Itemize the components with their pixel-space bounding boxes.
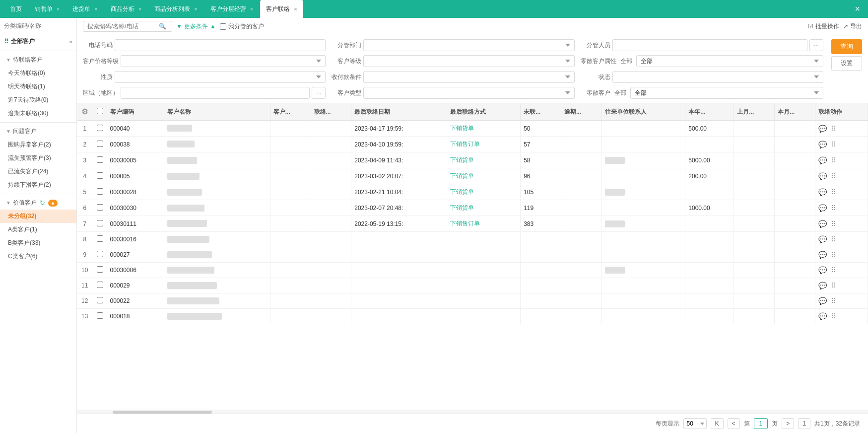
- last-page-btn[interactable]: 1: [798, 418, 810, 429]
- cell-checkbox[interactable]: [93, 278, 107, 293]
- grid-action-icon[interactable]: ⠿: [831, 282, 836, 289]
- sidebar-item-overdue[interactable]: 逾期未联络(30): [0, 107, 76, 120]
- row-checkbox[interactable]: [97, 188, 103, 195]
- prev-page-btn[interactable]: <: [728, 418, 740, 429]
- sidebar-group-problem[interactable]: ▼ 问题客户: [0, 125, 76, 138]
- all-customers-header[interactable]: ⠿ 全部客户 «: [0, 34, 76, 49]
- sidebar-item-lost[interactable]: 已流失客户(24): [0, 165, 76, 178]
- filter-nature-select[interactable]: [115, 71, 326, 83]
- close-all-tabs[interactable]: ×: [851, 4, 864, 14]
- tab-product-analysis[interactable]: 商品分析 ×: [105, 0, 147, 18]
- sidebar-item-group-c[interactable]: C类客户(6): [0, 250, 76, 263]
- cell-checkbox[interactable]: [93, 121, 107, 137]
- row-checkbox[interactable]: [97, 220, 103, 226]
- cell-checkbox[interactable]: [93, 216, 107, 232]
- filter-retail-select[interactable]: 全部: [630, 87, 823, 99]
- filter-manager-ellipsis[interactable]: ···: [809, 39, 823, 51]
- row-checkbox[interactable]: [97, 312, 103, 319]
- message-icon[interactable]: 💬: [818, 172, 827, 180]
- sidebar-item-abnormal[interactable]: 囤购异常客户(2): [0, 138, 76, 151]
- tab-home[interactable]: 首页: [4, 0, 28, 18]
- export-btn[interactable]: ↗ 导出: [843, 22, 862, 31]
- tab-product-analysis-list[interactable]: 商品分析列表 ×: [148, 0, 203, 18]
- tab-customer-segment[interactable]: 客户分层经营 ×: [204, 0, 259, 18]
- row-checkbox[interactable]: [97, 235, 103, 242]
- row-checkbox[interactable]: [97, 172, 103, 179]
- message-icon[interactable]: 💬: [818, 297, 827, 305]
- last-contact-method-link[interactable]: 下销货单: [450, 125, 474, 132]
- message-icon[interactable]: 💬: [818, 156, 827, 164]
- last-contact-method-link[interactable]: 下销货单: [450, 204, 474, 211]
- message-icon[interactable]: 💬: [818, 204, 827, 212]
- last-contact-method-link[interactable]: 下销货单: [450, 172, 474, 179]
- sidebar-group-waiting[interactable]: ▼ 待联络客户: [0, 53, 76, 67]
- tab-purchase[interactable]: 进货单 ×: [67, 0, 103, 18]
- reset-button[interactable]: 设置: [831, 56, 862, 71]
- row-checkbox[interactable]: [97, 282, 103, 288]
- message-icon[interactable]: 💬: [818, 220, 827, 228]
- message-icon[interactable]: 💬: [818, 141, 827, 148]
- filter-region-ellipsis[interactable]: ···: [312, 87, 326, 99]
- filter-payment-select[interactable]: [363, 71, 574, 83]
- batch-op-btn[interactable]: ☑ 批量操作: [808, 22, 839, 31]
- grid-action-icon[interactable]: ⠿: [831, 156, 836, 164]
- tab-customer-segment-close[interactable]: ×: [250, 6, 253, 12]
- cell-checkbox[interactable]: [93, 184, 107, 200]
- first-page-btn[interactable]: K: [711, 418, 724, 429]
- filter-region-input[interactable]: [121, 87, 310, 99]
- more-filters-btn[interactable]: ▼ 更多条件 ▲: [176, 22, 216, 31]
- sidebar-collapse-icon[interactable]: «: [69, 38, 72, 45]
- grid-action-icon[interactable]: ⠿: [831, 172, 836, 180]
- next-page-btn[interactable]: >: [782, 418, 794, 429]
- grid-action-icon[interactable]: ⠿: [831, 141, 836, 148]
- grid-action-icon[interactable]: ⠿: [831, 204, 836, 212]
- message-icon[interactable]: 💬: [818, 235, 827, 243]
- sidebar-search-input[interactable]: [4, 22, 77, 29]
- my-customers-checkbox-label[interactable]: 我分管的客户: [220, 22, 264, 31]
- last-contact-method-link[interactable]: 下销货单: [450, 188, 474, 195]
- col-settings[interactable]: ⚙: [77, 103, 93, 121]
- grid-action-icon[interactable]: ⠿: [831, 235, 836, 243]
- sidebar-item-churn-risk[interactable]: 流失预警客户(3): [0, 151, 76, 165]
- sidebar-group-value[interactable]: ▼ 价值客户 ↻ ●: [0, 196, 76, 210]
- grid-action-icon[interactable]: ⠿: [831, 188, 836, 196]
- cell-checkbox[interactable]: [93, 200, 107, 216]
- refresh-icon[interactable]: ↻: [40, 199, 45, 207]
- row-checkbox[interactable]: [97, 204, 103, 211]
- message-icon[interactable]: 💬: [818, 125, 827, 133]
- cell-checkbox[interactable]: [93, 168, 107, 184]
- filter-customer-type-select[interactable]: [363, 87, 574, 99]
- grid-action-icon[interactable]: ⠿: [831, 125, 836, 133]
- cell-checkbox[interactable]: [93, 293, 107, 309]
- horizontal-scrollbar[interactable]: [113, 411, 212, 414]
- tab-product-analysis-list-close[interactable]: ×: [194, 6, 197, 12]
- tab-product-analysis-close[interactable]: ×: [138, 6, 141, 12]
- sidebar-item-group-b[interactable]: B类客户(33): [0, 236, 76, 250]
- tab-sales[interactable]: 销售单 ×: [29, 0, 66, 18]
- tab-sales-close[interactable]: ×: [57, 6, 60, 12]
- message-icon[interactable]: 💬: [818, 251, 827, 259]
- cell-checkbox[interactable]: [93, 152, 107, 168]
- settings-icon[interactable]: ⚙: [81, 107, 88, 116]
- cell-checkbox[interactable]: [93, 247, 107, 263]
- search-icon[interactable]: 🔍: [159, 23, 166, 30]
- my-customers-checkbox[interactable]: [220, 23, 226, 30]
- last-contact-method-link[interactable]: 下销售订单: [450, 141, 480, 147]
- tab-customer-contact-close[interactable]: ×: [294, 6, 297, 12]
- last-contact-method-link[interactable]: 下销售订单: [450, 220, 480, 227]
- message-icon[interactable]: 💬: [818, 266, 827, 274]
- grid-action-icon[interactable]: ⠿: [831, 220, 836, 228]
- query-button[interactable]: 查询: [831, 39, 862, 54]
- grid-action-icon[interactable]: ⠿: [831, 266, 836, 274]
- filter-price-level-select[interactable]: [121, 55, 326, 67]
- filter-dept-select[interactable]: [363, 39, 574, 51]
- cell-checkbox[interactable]: [93, 137, 107, 152]
- cell-checkbox[interactable]: [93, 232, 107, 247]
- filter-manager-input[interactable]: [612, 39, 807, 51]
- col-checkbox-header[interactable]: [93, 103, 107, 121]
- filter-status-select[interactable]: [612, 71, 823, 83]
- tab-purchase-close[interactable]: ×: [94, 6, 97, 12]
- grid-action-icon[interactable]: ⠿: [831, 312, 836, 320]
- sidebar-item-unclassified[interactable]: 未分组(32): [0, 210, 76, 223]
- row-checkbox[interactable]: [97, 156, 103, 163]
